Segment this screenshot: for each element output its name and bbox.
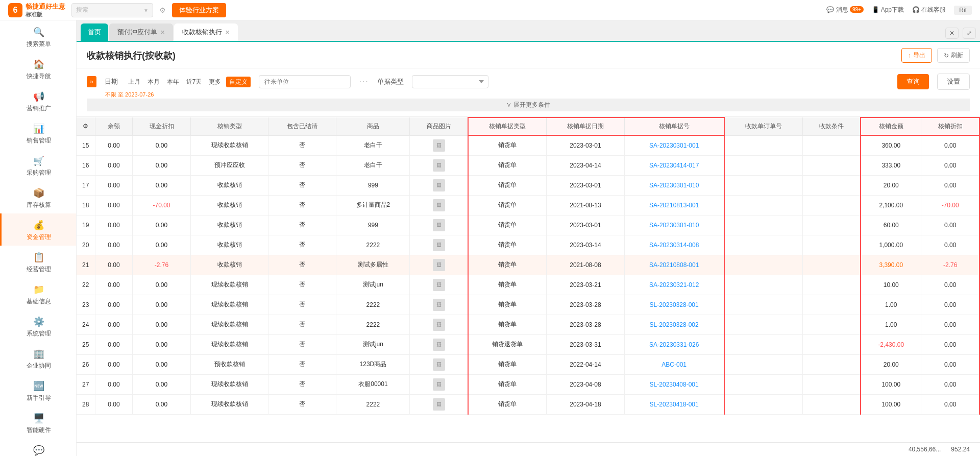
th-verify-amount: 核销金额	[861, 117, 921, 135]
sidebar-item-label-corp: 企业协同	[27, 362, 51, 370]
td-goods-img: 🖼	[410, 255, 468, 275]
tab-close-all-btn[interactable]: ✕	[945, 28, 959, 39]
sidebar-item-label-base-info: 基础信息	[27, 297, 51, 306]
td-goods-img: 🖼	[410, 175, 468, 195]
export-label: 导出	[913, 51, 925, 60]
td-receipt-condition	[802, 315, 861, 334]
sidebar-item-quick-nav[interactable]: 🏠 快捷导航	[0, 53, 76, 85]
filter-expand-btn[interactable]: »	[87, 76, 96, 87]
td-include-settled: 否	[268, 354, 336, 374]
sidebar-item-label-purchase: 采购管理	[27, 169, 51, 177]
th-goods: 商品	[336, 117, 410, 135]
sidebar-item-label-finance: 资金管理	[27, 233, 51, 242]
sidebar-item-base-info[interactable]: 📁 基础信息	[0, 278, 76, 310]
sidebar-item-search-menu[interactable]: 🔍 搜索菜单	[0, 20, 76, 53]
sidebar-item-system[interactable]: ⚙️ 系统管理	[0, 310, 76, 342]
query-btn[interactable]: 查询	[897, 74, 929, 89]
sidebar-item-purchase[interactable]: 🛒 采购管理	[0, 149, 76, 181]
td-receipt-order	[724, 235, 803, 255]
finance-icon: 💰	[33, 220, 44, 231]
base-info-icon: 📁	[33, 284, 44, 295]
table-row: 26 0.00 0.00 预收款核销 否 123D商品 🖼 销货单 2022-0…	[77, 354, 979, 374]
sidebar-item-guide[interactable]: 🆕 新手引导	[0, 374, 76, 406]
tab-home[interactable]: 首页	[81, 23, 108, 41]
tab-receipt[interactable]: 收款核销执行 ✕	[174, 23, 238, 41]
td-voucher-date: 2023-03-28	[547, 295, 625, 315]
data-table: ⚙ 余额 现金折扣 核销类型 包含已结清 商品 商品图片 核销单据类型 核销单据…	[77, 117, 980, 415]
td-receipt-order	[724, 255, 803, 275]
online-service-btn[interactable]: 🎧 在线客服	[912, 6, 946, 14]
td-balance: 0.00	[95, 315, 133, 334]
sidebar-item-hardware[interactable]: 🖥️ 智能硬件	[0, 406, 76, 439]
search-dropdown-icon: ▼	[143, 7, 149, 13]
td-voucher-no: SL-20230408-001	[624, 374, 724, 394]
sidebar-item-label-hardware: 智能硬件	[27, 426, 51, 435]
td-verify-amount: -2,430.00	[861, 334, 921, 354]
tab-receipt-close[interactable]: ✕	[225, 29, 230, 36]
tab-maximize-btn[interactable]: ⤢	[963, 28, 976, 39]
td-balance: 0.00	[95, 135, 133, 155]
expand-more-bar[interactable]: ∨ 展开更多条件	[87, 99, 970, 111]
td-goods: 测试多属性	[336, 255, 410, 275]
industry-btn[interactable]: 体验行业方案	[172, 3, 226, 17]
td-receipt-order	[724, 315, 803, 334]
corp-icon: 🏢	[33, 348, 44, 359]
date-btn-more[interactable]: 更多	[207, 77, 223, 87]
export-btn[interactable]: ↑ 导出	[901, 48, 932, 63]
td-verify-discount: -70.00	[921, 195, 979, 215]
top-search-box[interactable]: 搜索 ▼	[71, 3, 153, 17]
td-include-settled: 否	[268, 374, 336, 394]
date-btn-custom[interactable]: 自定义	[226, 77, 251, 87]
td-voucher-no: ABC-001	[624, 354, 724, 374]
td-row-num: 16	[77, 155, 95, 175]
sidebar-item-finance[interactable]: 💰 资金管理	[0, 213, 76, 246]
td-verify-type: 现续收款核销	[190, 275, 268, 295]
sidebar-item-operations[interactable]: 📋 经营管理	[0, 246, 76, 278]
partner-input[interactable]	[259, 75, 351, 88]
th-gear[interactable]: ⚙	[77, 117, 95, 135]
setting-btn[interactable]: 设置	[937, 74, 970, 90]
td-receipt-order	[724, 334, 803, 354]
table-row: 28 0.00 0.00 现续收款核销 否 2222 🖼 销货单 2023-04…	[77, 394, 979, 414]
sidebar-item-inventory[interactable]: 📦 库存核算	[0, 181, 76, 213]
td-verify-amount: 3,390.00	[861, 255, 921, 275]
sidebar-item-wechat[interactable]: 💬 企业微信	[0, 439, 76, 456]
td-verify-type: 收款核销	[190, 235, 268, 255]
messages-btn[interactable]: 💬 消息 99+	[826, 6, 864, 14]
td-receipt-condition	[802, 394, 861, 414]
date-btn-7days[interactable]: 近7天	[184, 77, 204, 87]
voucher-type-select[interactable]	[412, 75, 488, 88]
date-btn-this-year[interactable]: 本年	[165, 77, 181, 87]
td-goods: 老白干	[336, 155, 410, 175]
th-balance: 余额	[95, 117, 133, 135]
sidebar-item-sales[interactable]: 📊 销售管理	[0, 117, 76, 149]
td-goods-img: 🖼	[410, 315, 468, 334]
date-btn-this-month[interactable]: 本月	[145, 77, 162, 87]
td-voucher-date: 2023-04-18	[547, 394, 625, 414]
app-download-btn[interactable]: 📱 App下载	[872, 6, 904, 14]
table-body: 15 0.00 0.00 现续收款核销 否 老白干 🖼 销货单 2023-03-…	[77, 135, 979, 414]
td-verify-type: 预收款核销	[190, 354, 268, 374]
td-receipt-order	[724, 354, 803, 374]
tab-prepay-close[interactable]: ✕	[160, 29, 165, 36]
date-btn-last-month[interactable]: 上月	[126, 77, 142, 87]
td-voucher-type: 销货单	[468, 235, 547, 255]
tab-prepay[interactable]: 预付冲应付单 ✕	[109, 23, 173, 41]
table-row: 16 0.00 0.00 预冲应应收 否 老白干 🖼 销货单 2023-04-1…	[77, 155, 979, 175]
th-verify-type: 核销类型	[190, 117, 268, 135]
sidebar-item-label-quick-nav: 快捷导航	[27, 72, 51, 81]
td-row-num: 21	[77, 255, 95, 275]
refresh-btn[interactable]: ↻ 刷新	[937, 48, 970, 63]
sidebar-item-marketing[interactable]: 📢 营销推广	[0, 85, 76, 117]
th-goods-img: 商品图片	[410, 117, 468, 135]
td-goods-img: 🖼	[410, 394, 468, 414]
td-voucher-no: SL-20230328-001	[624, 295, 724, 315]
td-goods-img: 🖼	[410, 135, 468, 155]
td-verify-discount: 0.00	[921, 354, 979, 374]
td-voucher-no: SL-20230418-001	[624, 394, 724, 414]
user-label[interactable]: Rit	[954, 6, 972, 15]
td-voucher-type: 销货单	[468, 354, 547, 374]
settings-icon[interactable]: ⚙	[159, 6, 166, 14]
td-include-settled: 否	[268, 215, 336, 235]
sidebar-item-corp[interactable]: 🏢 企业协同	[0, 342, 76, 374]
